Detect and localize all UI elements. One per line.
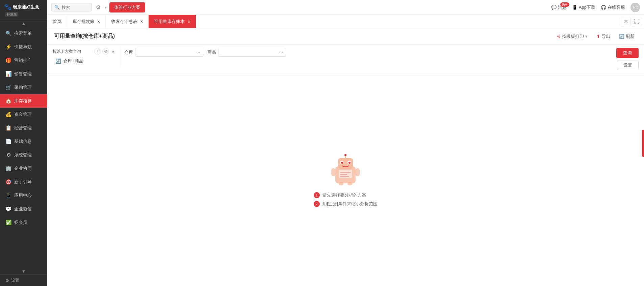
app-name: 畅康通好生意: [13, 4, 39, 10]
refresh-button[interactable]: 🔄 刷新: [616, 32, 637, 41]
filter-row-1: 仓库 ··· 商品 ···: [124, 48, 612, 57]
export-icon: ⬆: [596, 34, 600, 39]
sidebar-item-newguide[interactable]: 🎯 新手引导: [0, 175, 47, 189]
page-header: 可用量查询(按仓库+商品) 🖨 按模板打印 ▾ ⬆ 导出 🔄 刷新: [47, 28, 644, 45]
query-button[interactable]: 查询: [616, 48, 639, 58]
main-area: 🔍 ⚙ ▾ 体验行业方案 💬 消息 99+ 📱 App下载 🎧 在线客服 Rit: [47, 0, 644, 286]
sidebar-item-wechat[interactable]: 💬 企业微信: [0, 202, 47, 216]
sidebar-item-label: 畅会员: [14, 219, 27, 226]
search-input[interactable]: [62, 5, 89, 10]
filter-right-actions: 查询 设置: [616, 48, 639, 70]
tab-close-all-button[interactable]: ✕: [621, 17, 630, 26]
mobile-download-icon: 📱: [572, 5, 577, 10]
tip-text-1: 请先选择要分析的方案: [323, 192, 366, 198]
notification-badge: 99+: [560, 2, 569, 7]
sidebar-item-finance[interactable]: 💰 资金管理: [0, 108, 47, 121]
mobile-icon: 📱: [5, 192, 11, 199]
scheme-sync-icon: 🔄: [55, 58, 61, 64]
setting-button[interactable]: 设置: [617, 60, 639, 70]
scheme-item-label: 仓库+商品: [63, 58, 83, 64]
online-service-button[interactable]: 🎧 在线客服: [601, 4, 625, 10]
tab-available-stock-close[interactable]: ×: [187, 19, 190, 24]
print-dropdown-icon[interactable]: ▾: [585, 34, 588, 39]
tab-home[interactable]: 首页: [47, 15, 67, 28]
collapse-button[interactable]: «: [110, 48, 116, 55]
chat-icon: 💬: [5, 206, 11, 212]
chart-icon: 📊: [5, 71, 11, 77]
sidebar-item-purchase[interactable]: 🛒 采购管理: [0, 81, 47, 94]
sidebar-item-inventory[interactable]: 🏠 库存核算: [0, 94, 47, 108]
export-button[interactable]: ⬆ 导出: [594, 32, 613, 41]
clipboard-icon: 📋: [5, 125, 11, 131]
sidebar-item-label: 经营管理: [14, 125, 32, 131]
product-more-icon[interactable]: ···: [279, 50, 283, 55]
product-text-input[interactable]: [221, 50, 278, 55]
tab-home-label: 首页: [53, 19, 61, 25]
user-name: Rit: [633, 5, 638, 10]
empty-illustration: [329, 153, 362, 187]
filter-field-product: 商品 ···: [207, 48, 286, 57]
add-scheme-button[interactable]: +: [94, 48, 101, 55]
tab-available-stock[interactable]: 可用量库存账本 ×: [149, 15, 196, 28]
user-avatar[interactable]: Rit: [630, 3, 640, 12]
filter-scheme-panel: 按以下方案查询 + ⚙ « 🔄 仓库+商品: [53, 48, 120, 66]
app-download-label: App下载: [579, 4, 595, 10]
warehouse-input[interactable]: ···: [135, 48, 203, 57]
tabbar: 首页 库存批次账 × 收发存汇总表 × 可用量库存账本 × ✕ ⛶: [47, 15, 644, 28]
product-input[interactable]: ···: [218, 48, 286, 57]
sidebar-item-biz[interactable]: 📋 经营管理: [0, 121, 47, 135]
target-icon: 🎯: [5, 179, 11, 185]
empty-tips: 1 请先选择要分析的方案 2 用[过滤]条件来缩小分析范围: [314, 192, 378, 207]
sidebar-item-basic[interactable]: 📄 基础信息: [0, 135, 47, 148]
sidebar-item-system[interactable]: ⚙ 系统管理: [0, 148, 47, 162]
sidebar-item-enterprise[interactable]: 🏢 企业协同: [0, 162, 47, 175]
app-download-button[interactable]: 📱 App下载: [572, 4, 595, 10]
gift-icon: 🎁: [5, 57, 11, 63]
warehouse-more-icon[interactable]: ···: [196, 50, 200, 55]
tab-batch-account[interactable]: 库存批次账 ×: [67, 15, 106, 28]
notification-button[interactable]: 💬 消息 99+: [551, 4, 567, 10]
cart-icon: 🛒: [5, 84, 11, 90]
empty-tip-1: 1 请先选择要分析的方案: [314, 192, 378, 198]
settings-icon: ⚙: [5, 278, 9, 283]
right-edge-indicator: [642, 130, 644, 157]
scheme-actions: + ⚙ «: [94, 48, 116, 55]
scheme-item-warehouse[interactable]: 🔄 仓库+商品: [53, 57, 116, 66]
svg-rect-9: [356, 168, 360, 176]
search-icon: 🔍: [54, 5, 60, 10]
print-button[interactable]: 🖨 按模板打印 ▾: [553, 32, 590, 41]
scheme-label: 按以下方案查询: [53, 49, 81, 54]
sidebar-scroll-down[interactable]: ▼: [0, 268, 47, 275]
sidebar-item-appcenter[interactable]: 📱 应用中心: [0, 189, 47, 202]
sidebar-item-search[interactable]: 🔍 搜索菜单: [0, 27, 47, 40]
sidebar-item-label: 企业协同: [14, 165, 32, 172]
home-icon: 🏠: [5, 98, 11, 104]
money-icon: 💰: [5, 111, 11, 118]
empty-tip-2: 2 用[过滤]条件来缩小分析范围: [314, 201, 378, 207]
topbar-dropdown-icon[interactable]: ▾: [105, 5, 107, 10]
warehouse-text-input[interactable]: [138, 50, 195, 55]
settings-gear-icon[interactable]: ⚙: [95, 3, 102, 12]
svg-rect-12: [339, 170, 352, 178]
sidebar-item-shortcut[interactable]: ⚡ 快捷导航: [0, 40, 47, 54]
industry-solution-button[interactable]: 体验行业方案: [109, 2, 145, 12]
tab-receipt-summary-close[interactable]: ×: [140, 19, 143, 24]
shortcut-icon: ⚡: [5, 44, 11, 50]
tab-expand-button[interactable]: ⛶: [632, 17, 641, 26]
sidebar-item-label: 基础信息: [14, 138, 32, 145]
manage-scheme-button[interactable]: ⚙: [102, 48, 109, 55]
sidebar-item-sales[interactable]: 📊 销售管理: [0, 67, 47, 81]
vip-icon: ✅: [5, 219, 11, 226]
sidebar-bottom[interactable]: ⚙ 设置: [0, 275, 47, 286]
sidebar-item-marketing[interactable]: 🎁 营销推广: [0, 54, 47, 67]
sidebar-scroll-up[interactable]: ▲: [0, 20, 47, 27]
tab-receipt-summary[interactable]: 收发存汇总表 ×: [106, 15, 149, 28]
tab-batch-account-close[interactable]: ×: [97, 19, 100, 24]
sidebar-item-label: 企业微信: [14, 206, 32, 212]
page-actions: 🖨 按模板打印 ▾ ⬆ 导出 🔄 刷新: [553, 32, 637, 41]
filter-fields: 仓库 ··· 商品 ···: [124, 48, 612, 57]
building-icon: 🏢: [5, 165, 11, 172]
topbar-search-box[interactable]: 🔍: [51, 3, 92, 11]
sidebar-item-vip[interactable]: ✅ 畅会员: [0, 216, 47, 229]
sidebar: 🐾 畅康通好生意 标准版 ▲ 🔍 搜索菜单 ⚡ 快捷导航 🎁 营销推广 📊 销售…: [0, 0, 47, 286]
